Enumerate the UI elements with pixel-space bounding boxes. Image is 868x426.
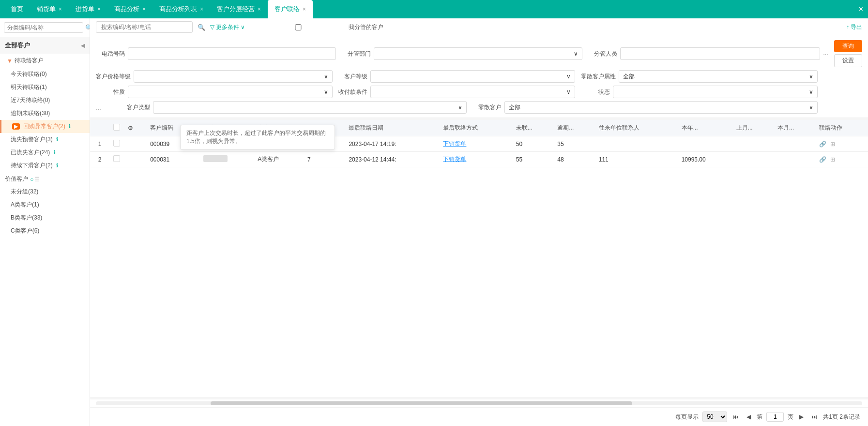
table-settings-icon[interactable]: ⚙: [128, 125, 133, 132]
sidebar-all-customers[interactable]: 全部客户 ◀: [0, 37, 90, 54]
per-page-label: 每页显示: [675, 413, 699, 421]
tab-product-analysis[interactable]: 商品分析 ×: [107, 0, 152, 18]
scrollbar-track[interactable]: [96, 401, 862, 405]
filter-status-label: 状态: [581, 88, 610, 96]
sidebar-value-group: 价值客户 ○ ☰: [0, 172, 90, 185]
declining-info-icon[interactable]: ℹ: [56, 162, 58, 168]
filter-payment: 收付款条件 ∨: [338, 86, 575, 98]
sidebar-item-churned[interactable]: 已流失客户(24) ℹ: [0, 146, 90, 159]
filter-person-select[interactable]: [620, 47, 820, 60]
td-unit-contact-2: 111: [595, 152, 678, 167]
filter-retail-customer-select[interactable]: 全部 ∨: [504, 101, 818, 114]
td-category-2: A类客户: [254, 152, 304, 167]
filter-dots-1[interactable]: ···: [823, 50, 828, 58]
last-contact-method-link-2[interactable]: 下销货单: [443, 156, 466, 162]
filter-dept-select[interactable]: ∨: [374, 47, 582, 60]
filter-retail-attr-value: 全部: [623, 73, 635, 81]
sidebar-content: 全部客户 ◀ ▼ 待联络客户 今天待联络(0) 明天待联络(1) 近7天待联络(…: [0, 37, 90, 426]
close-tab-product-analysis[interactable]: ×: [142, 6, 146, 13]
filter-retail-attr-select[interactable]: 全部 ∨: [619, 70, 818, 83]
more-conditions-button[interactable]: ▽ 更多条件 ∨: [210, 23, 245, 31]
th-last-month: 上月...: [732, 120, 774, 136]
export-button[interactable]: ↑ 导出: [846, 23, 862, 31]
row-checkbox-1[interactable]: [113, 140, 120, 147]
settings-button[interactable]: 设置: [834, 54, 862, 67]
query-button[interactable]: 查询: [834, 40, 862, 52]
sidebar-item-overdue[interactable]: 逾期未联络(30): [0, 107, 90, 120]
next-page-btn[interactable]: ▶: [797, 413, 806, 420]
sidebar-item-a-class[interactable]: A类客户(1): [0, 198, 90, 211]
filter-retail-customer-label: 零散客户: [472, 103, 502, 112]
abnormal-info-icon[interactable]: ℹ: [69, 123, 71, 129]
filter-customer-type-label: 客户类型: [121, 103, 150, 112]
sidebar-item-c-class[interactable]: C类客户(6): [0, 224, 90, 237]
chevron-down-icon: ∨: [241, 24, 245, 30]
tab-sales-order[interactable]: 销货单 ×: [30, 0, 69, 18]
search-input[interactable]: [96, 21, 193, 33]
close-tab-sales-order[interactable]: ×: [59, 6, 62, 13]
sidebar-item-b-class[interactable]: B类客户(33): [0, 211, 90, 224]
td-last-contact-date-2: 2023-04-12 14:44:: [345, 152, 439, 167]
churned-info-icon[interactable]: ℹ: [54, 149, 56, 155]
close-tab-customer-tiering[interactable]: ×: [258, 6, 261, 13]
close-all-tabs[interactable]: ×: [859, 5, 863, 14]
close-tab-customer-contact[interactable]: ×: [303, 6, 306, 13]
filter-price-level-label: 客户价格等级: [96, 73, 131, 81]
value-group-settings-icon[interactable]: ☰: [34, 176, 40, 183]
filter-status-select[interactable]: ∨: [613, 86, 818, 98]
filter-nature-label: 性质: [96, 88, 125, 96]
search-button[interactable]: 🔍: [198, 24, 205, 31]
churn-warning-info-icon[interactable]: ℹ: [56, 136, 58, 142]
tab-purchase-order[interactable]: 进货单 ×: [69, 0, 107, 18]
filter-customer-level-select[interactable]: ∨: [370, 70, 575, 83]
td-unread-1: 50: [512, 136, 553, 152]
tab-product-analysis-list[interactable]: 商品分析列表 ×: [152, 0, 210, 18]
filter-retail-customer: 零散客户 全部 ∨: [472, 101, 818, 114]
close-tab-product-analysis-list[interactable]: ×: [200, 6, 203, 13]
action-grid-icon-2[interactable]: ⊞: [830, 156, 835, 163]
sidebar-item-today-pending[interactable]: 今天待联络(0): [0, 68, 90, 81]
my-customers-checkbox-label[interactable]: 我分管的客户: [250, 23, 383, 31]
action-link-icon-2[interactable]: 🔗: [819, 156, 826, 163]
filter-phone-input[interactable]: [128, 47, 336, 60]
search-bar: 🔍 ▽ 更多条件 ∨ 我分管的客户 ↑ 导出: [90, 18, 868, 36]
tab-customer-tiering[interactable]: 客户分层经营 ×: [210, 0, 268, 18]
action-link-icon-1[interactable]: 🔗: [819, 141, 826, 147]
filter-more-dots[interactable]: ...: [96, 104, 101, 111]
per-page-select[interactable]: 50 20 100: [702, 411, 727, 422]
my-customers-checkbox[interactable]: [250, 24, 347, 30]
first-page-btn[interactable]: ⏮: [731, 413, 741, 420]
scrollbar-thumb[interactable]: [211, 401, 632, 405]
td-name-2: [199, 152, 254, 167]
td-overdue-1: 35: [553, 136, 594, 152]
sidebar-search-icon[interactable]: 🔍: [85, 24, 90, 31]
filter-customer-type: 客户类型 ∨: [121, 101, 467, 114]
sidebar-search-input[interactable]: [4, 22, 83, 33]
sidebar-item-tomorrow-pending[interactable]: 明天待联络(1): [0, 81, 90, 94]
row-checkbox-2[interactable]: [113, 155, 120, 162]
sidebar-item-abnormal[interactable]: ▶ 回购异常客户(2) ℹ: [0, 120, 90, 133]
sidebar-item-churn-warning[interactable]: 流失预警客户(3) ℹ: [0, 133, 90, 146]
filter-customer-type-select[interactable]: ∨: [153, 101, 467, 114]
last-contact-method-link-1[interactable]: 下销货单: [443, 140, 466, 147]
value-group-edit-icon[interactable]: ○: [30, 176, 33, 183]
page-input[interactable]: [766, 412, 784, 422]
sidebar-item-ungrouped[interactable]: 未分组(32): [0, 185, 90, 198]
th-settings[interactable]: ⚙: [124, 120, 146, 136]
sidebar-item-7days-pending[interactable]: 近7天待联络(0): [0, 94, 90, 107]
close-tab-purchase-order[interactable]: ×: [97, 6, 101, 13]
prev-page-btn[interactable]: ◀: [745, 413, 753, 420]
filter-retail-customer-value: 全部: [509, 103, 520, 112]
filter-price-level-select[interactable]: ∨: [134, 70, 333, 83]
filter-nature-select[interactable]: ∨: [128, 86, 333, 98]
select-all-checkbox[interactable]: [113, 124, 120, 131]
td-unread-2: 55: [512, 152, 553, 167]
action-grid-icon-1[interactable]: ⊞: [830, 141, 835, 147]
filter-payment-select[interactable]: ∨: [370, 86, 575, 98]
sidebar-pending-group[interactable]: ▼ 待联络客户: [0, 54, 90, 68]
tab-home[interactable]: 首页: [4, 0, 30, 18]
last-page-btn[interactable]: ⏭: [809, 413, 819, 420]
sidebar-item-declining[interactable]: 持续下滑客户(2) ℹ: [0, 159, 90, 172]
tab-customer-contact[interactable]: 客户联络 ×: [268, 0, 313, 18]
right-content: 距客户上次交易时长，超过了此客户的平均交易周期的1.5倍，则视为异常。 🔍 ▽ …: [90, 18, 868, 426]
